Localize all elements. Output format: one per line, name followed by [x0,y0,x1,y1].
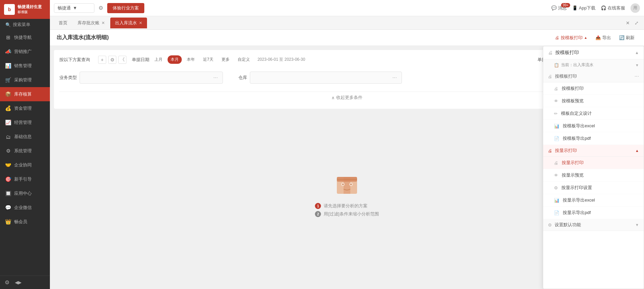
display-pdf-icon: 📄 [554,210,559,215]
sidebar-item-basic[interactable]: 🗂 基础信息 [0,130,50,144]
dropdown-item-template-preview[interactable]: 👁 按模板预览 [543,95,644,107]
window-close-button[interactable]: ✕ [624,20,631,26]
trial-button[interactable]: 体验行业方案 [107,3,144,13]
filter-add-button[interactable]: + [98,56,106,64]
filter-collapse-icon[interactable]: 《 [118,56,126,64]
svg-point-6 [342,184,344,185]
warehouse-dots[interactable]: ··· [391,73,398,82]
app-name: 畅捷通好生意 [18,4,42,10]
dropdown-item-template-custom[interactable]: ✏ 模板自定义设计 [543,107,644,120]
sidebar-item-operation[interactable]: 📈 经营管理 [0,115,50,130]
dropdown-section-display-print[interactable]: 🖨 按显示打印 ▲ [543,145,644,157]
sidebar-label-guide: 新手引导 [14,176,32,182]
display-preview-icon: 👁 [554,173,558,178]
content-area: 按以下方案查询 + ⚙ 《 单据日期 上月 本月 本年 近7天 更多 自定义 2… [50,46,644,289]
template-print-icon: 🖨 [554,86,558,91]
operation-icon: 📈 [5,119,11,126]
dropdown-header-label: 按模板打印 [555,50,579,56]
date-btn-7days[interactable]: 近7天 [200,55,216,64]
sidebar-search[interactable]: 🔍 搜索菜单 [0,19,50,30]
warehouse-input[interactable]: ··· [250,72,402,84]
biz-dots[interactable]: ··· [212,73,219,82]
date-btn-last-month[interactable]: 上月 [151,55,166,64]
date-btn-this-month[interactable]: 本月 [168,55,182,64]
window-maximize-button[interactable]: ⤢ [633,20,640,26]
filter-settings-button[interactable]: ⚙ [108,56,116,64]
tab-flow-label: 出入库流水 [115,20,137,26]
topbar-actions: 💬 消息 99+ 📱 App下载 🎧 在线客服 用 [551,3,640,13]
date-btn-this-year[interactable]: 本年 [184,55,198,64]
sidebar-item-member[interactable]: 👑 畅会员 [0,215,50,229]
dropdown-item-display-print[interactable]: 🖨 按显示打印 [543,157,644,169]
sidebar-item-purchase[interactable]: 🛒 采购管理 [0,73,50,87]
dropdown-section-template-print[interactable]: 🖨 按模板打印 ··· [543,71,644,82]
refresh-button[interactable]: 🔄 刷新 [616,33,637,42]
dropdown-item-display-preview[interactable]: 👁 按显示预览 [543,169,644,182]
sidebar-label-marketing: 营销推广 [14,49,32,55]
message-button[interactable]: 💬 消息 99+ [551,5,567,11]
topbar-selector[interactable]: 畅捷通 ▼ [54,3,94,13]
warehouse-label: 仓库 [238,75,247,81]
filter-action-icons: + ⚙ 《 [98,56,126,64]
dropdown-item-display-export-excel[interactable]: 📊 按显示导出excel [543,194,644,207]
online-service-icon: 🎧 [601,5,606,10]
dropdown-item-template-print[interactable]: 🖨 按模板打印 [543,82,644,95]
warehouse-text-input[interactable] [254,75,391,80]
default-section-label: 设置默认功能 [555,222,581,228]
sidebar-label-basic: 基础信息 [14,134,32,140]
sidebar-item-appcenter[interactable]: 🔲 应用中心 [0,186,50,201]
dropdown-current-chevron[interactable]: ▼ [635,63,639,67]
sidebar-item-shortcut[interactable]: ⊞ 快捷导航 [0,30,50,45]
dropdown-item-template-export-excel[interactable]: 📊 按模板导出excel [543,120,644,132]
dropdown-section-default[interactable]: ⚙ 设置默认功能 ▼ [543,219,644,231]
online-service-button[interactable]: 🎧 在线客服 [601,5,625,11]
default-section-chevron[interactable]: ▼ [635,223,639,227]
sidebar-item-sales[interactable]: 📊 销售管理 [0,59,50,73]
dropdown-item-display-export-pdf[interactable]: 📄 按显示导出pdf [543,207,644,219]
template-section-dots[interactable]: ··· [635,73,639,79]
export-button[interactable]: 📤 导出 [593,33,614,42]
sidebar-label-collab: 企业协同 [14,162,32,168]
sidebar-item-guide[interactable]: 🎯 新手引导 [0,172,50,186]
tab-home[interactable]: 首页 [54,18,72,28]
display-section-chevron[interactable]: ▲ [635,149,639,153]
sidebar-item-marketing[interactable]: 📣 营销推广 [0,45,50,59]
print-template-button[interactable]: 🖨 按模板打印 ▲ [552,33,590,42]
sidebar-item-wechat[interactable]: 💬 企业微信 [0,201,50,215]
biz-type-input[interactable]: ··· [80,72,223,84]
tab-batch[interactable]: 库存批次账 ✕ [73,18,110,28]
user-avatar[interactable]: 用 [631,3,640,13]
template-print-item-label: 按模板打印 [562,85,584,91]
date-btn-custom[interactable]: 自定义 [235,55,253,64]
tab-flow[interactable]: 出入库流水 ✕ [110,18,147,28]
sidebar-item-inventory[interactable]: 📦 库存核算 [0,87,50,101]
page-actions: 🖨 按模板打印 ▲ 📤 导出 🔄 刷新 [552,33,637,42]
biz-type-field: 业务类型 ··· [59,72,223,84]
display-pdf-label: 按显示导出pdf [563,210,591,216]
tab-flow-close[interactable]: ✕ [139,21,142,25]
wechat-icon: 💬 [5,204,11,211]
sidebar-settings-icon[interactable]: ⚙ [5,279,9,286]
sidebar-item-system[interactable]: ⚙ 系统管理 [0,144,50,158]
appcenter-icon: 🔲 [5,190,11,197]
sidebar-collapse-icon[interactable]: ◀▶ [15,280,22,285]
date-btn-more[interactable]: 更多 [218,55,233,64]
topbar-gear-icon[interactable]: ⚙ [97,3,105,12]
topbar-selector-text: 畅捷通 [58,5,71,11]
sidebar-footer: ⚙ ◀▶ [0,275,50,289]
message-icon: 💬 [551,5,557,10]
dropdown-item-template-export-pdf[interactable]: 📄 按模板导出pdf [543,132,644,145]
member-icon: 👑 [5,218,11,225]
dropdown-print-icon: 🖨 [548,50,553,55]
app-download-button[interactable]: 📱 App下载 [572,5,595,11]
print-icon: 🖨 [555,35,559,40]
biz-type-text-input[interactable] [83,75,212,80]
dropdown-header-chevron[interactable]: ▲ [635,50,639,55]
tab-batch-close[interactable]: ✕ [101,21,105,25]
dropdown-current-text: 当前：出入库流水 [561,62,593,68]
dropdown-item-display-print-settings[interactable]: ⚙ 按显示打印设置 [543,182,644,194]
empty-steps: 1 请先选择要分析的方案 2 用[过滤]条件来缩小分析范围 [315,203,379,219]
sidebar-item-collab[interactable]: 🤝 企业协同 [0,158,50,172]
sidebar-item-finance[interactable]: 💰 资金管理 [0,101,50,115]
collapse-label: 收起更多条件 [336,95,362,101]
